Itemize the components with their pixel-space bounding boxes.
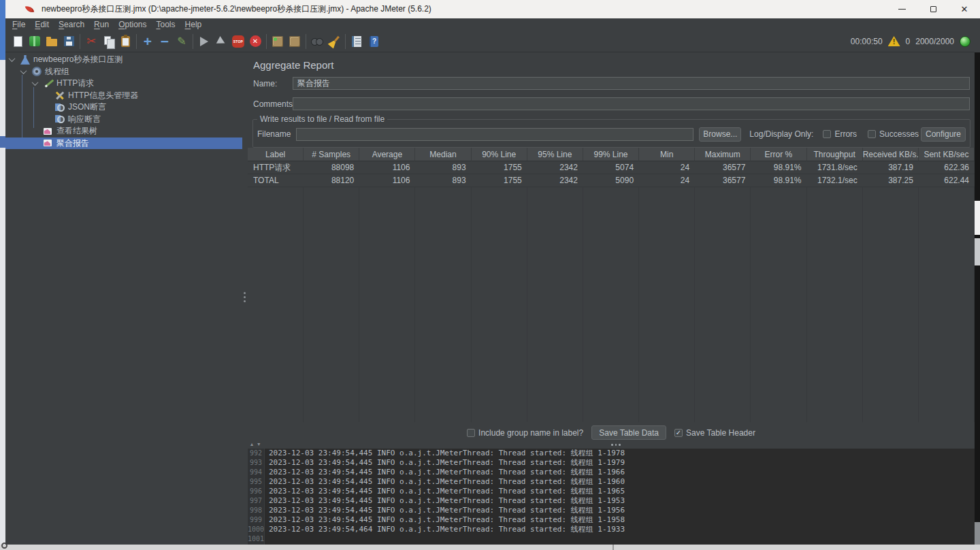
log-line: 9942023-12-03 23:49:54,445 INFO o.a.j.t.…: [248, 468, 975, 477]
remove-icon[interactable]: −: [158, 35, 172, 48]
successes-checkbox[interactable]: [868, 130, 876, 138]
chevron-down-icon[interactable]: [9, 55, 16, 62]
column-header-8[interactable]: Min: [639, 148, 695, 161]
titlebar: newbeepro秒杀接口压测.jmx (D:\apache-jmeter-5.…: [5, 0, 980, 18]
splitter-grip-icon[interactable]: [244, 292, 246, 302]
warning-icon[interactable]: !: [888, 36, 900, 46]
close-button[interactable]: ✕: [949, 0, 980, 18]
start-no-pauses-icon[interactable]: [214, 35, 228, 48]
comments-input[interactable]: [293, 97, 970, 110]
successes-label: Successes: [879, 129, 919, 139]
tree-item[interactable]: 响应断言: [5, 114, 242, 126]
table-cell: 622.44: [919, 174, 975, 187]
table-cell: 893: [415, 174, 471, 187]
save-table-data-button[interactable]: Save Table Data: [591, 425, 666, 440]
cut-icon[interactable]: ✂: [84, 35, 98, 48]
table-grid-filler: [583, 187, 639, 422]
chevron-down-icon[interactable]: [20, 67, 27, 74]
open-file-icon[interactable]: [45, 35, 59, 48]
column-header-10[interactable]: Error %: [751, 148, 806, 161]
search-icon[interactable]: [310, 35, 324, 48]
add-icon[interactable]: +: [141, 35, 154, 48]
tree-item-label: JSON断言: [68, 101, 106, 113]
copy-icon[interactable]: [101, 35, 115, 48]
table-grid-filler: [472, 187, 527, 422]
tree-item[interactable]: HTTP信息头管理器: [5, 90, 242, 102]
maximize-button[interactable]: [917, 0, 949, 18]
log-line: 9962023-12-03 23:49:54,445 INFO o.a.j.t.…: [248, 487, 975, 496]
menu-run[interactable]: Run: [94, 20, 109, 29]
help-icon[interactable]: ?: [367, 35, 380, 48]
menu-file[interactable]: File: [12, 20, 25, 29]
tree-item[interactable]: newbeepro秒杀接口压测: [5, 54, 242, 66]
log-line-number: 994: [248, 468, 265, 477]
browse-button[interactable]: Browse...: [699, 127, 741, 142]
save-table-header-checkbox[interactable]: [674, 429, 683, 437]
tree-item-label: HTTP请求: [56, 78, 94, 89]
tree-item[interactable]: 线程组: [5, 66, 242, 78]
function-helper-icon[interactable]: [350, 35, 363, 48]
menu-edit[interactable]: Edit: [35, 20, 49, 29]
table-footer: Include group name in label? Save Table …: [248, 424, 975, 441]
menu-help[interactable]: Help: [185, 20, 202, 29]
toggle-icon[interactable]: ✎: [175, 35, 189, 48]
column-header-2[interactable]: # Samples: [304, 148, 359, 161]
table-grid-filler: [415, 187, 471, 422]
column-header-1[interactable]: Label: [248, 148, 304, 161]
column-header-13[interactable]: Sent KB/sec: [919, 148, 975, 161]
log-line: 9972023-12-03 23:49:54,445 INFO o.a.j.t.…: [248, 496, 975, 506]
column-header-11[interactable]: Throughput: [807, 148, 863, 161]
log-line-number: 999: [248, 515, 265, 525]
active-threads: 2000/2000: [915, 37, 954, 46]
templates-icon[interactable]: [28, 35, 42, 48]
log-line-number: 993: [248, 458, 265, 468]
column-header-4[interactable]: Median: [415, 148, 471, 161]
clear-all-icon[interactable]: [327, 35, 341, 48]
tree-item[interactable]: HTTP请求: [5, 78, 242, 90]
name-input[interactable]: [293, 77, 970, 90]
menu-search[interactable]: Search: [59, 20, 84, 29]
column-header-6[interactable]: 95% Line: [527, 148, 583, 161]
page-title: Aggregate Report: [253, 59, 333, 71]
minimize-button[interactable]: [886, 0, 917, 18]
toolbar-separator: [136, 34, 137, 49]
log-line: 9982023-12-03 23:49:54,445 INFO o.a.j.t.…: [248, 506, 975, 515]
column-header-12[interactable]: Received KB/s...: [863, 148, 919, 161]
log-line-number: 1001: [248, 534, 265, 544]
log-viewer[interactable]: 9922023-12-03 23:49:54,445 INFO o.a.j.t.…: [248, 449, 975, 545]
background-left-blue-selection: [0, 136, 5, 148]
background-left-blue-top: [0, 0, 5, 60]
configure-button[interactable]: Configure: [921, 127, 966, 142]
errors-checkbox[interactable]: [823, 130, 831, 138]
paste-icon[interactable]: [118, 35, 132, 48]
remote-start-icon[interactable]: [271, 35, 284, 48]
log-collapse-expand-icons[interactable]: ▴ ▾: [250, 441, 261, 448]
log-panel: ▴ ▾ 9922023-12-03 23:49:54,445 INFO o.a.…: [248, 441, 975, 545]
filename-input[interactable]: [296, 128, 693, 141]
tree-item[interactable]: 聚合报告: [5, 138, 242, 150]
include-group-name-checkbox[interactable]: [467, 429, 475, 437]
tree-item[interactable]: 查看结果树: [5, 125, 242, 138]
tree-item-label: newbeepro秒杀接口压测: [33, 54, 122, 65]
stop-icon[interactable]: STOP: [231, 35, 245, 48]
toolbar-separator: [306, 34, 306, 49]
remote-stop-icon[interactable]: [288, 35, 301, 48]
column-header-3[interactable]: Average: [359, 148, 415, 161]
shutdown-icon[interactable]: ✕: [248, 35, 262, 48]
save-icon[interactable]: [62, 35, 76, 48]
column-header-5[interactable]: 90% Line: [472, 148, 527, 161]
tree-item[interactable]: JSON断言: [5, 101, 242, 114]
menu-options[interactable]: Options: [118, 20, 146, 29]
menu-tools[interactable]: Tools: [157, 20, 176, 29]
tree-item-label: 线程组: [45, 66, 69, 78]
chevron-down-icon[interactable]: [32, 79, 39, 86]
panel-splitter[interactable]: [242, 52, 248, 545]
table-cell: 893: [415, 161, 471, 174]
column-header-9[interactable]: Maximum: [695, 148, 751, 161]
test-plan-tree: newbeepro秒杀接口压测线程组HTTP请求HTTP信息头管理器JSON断言…: [5, 52, 242, 545]
column-header-7[interactable]: 99% Line: [583, 148, 639, 161]
table-grid-filler: [695, 187, 751, 422]
start-icon[interactable]: [197, 35, 211, 48]
new-file-icon[interactable]: [11, 35, 24, 48]
log-splitter-grip-icon[interactable]: [611, 444, 621, 446]
